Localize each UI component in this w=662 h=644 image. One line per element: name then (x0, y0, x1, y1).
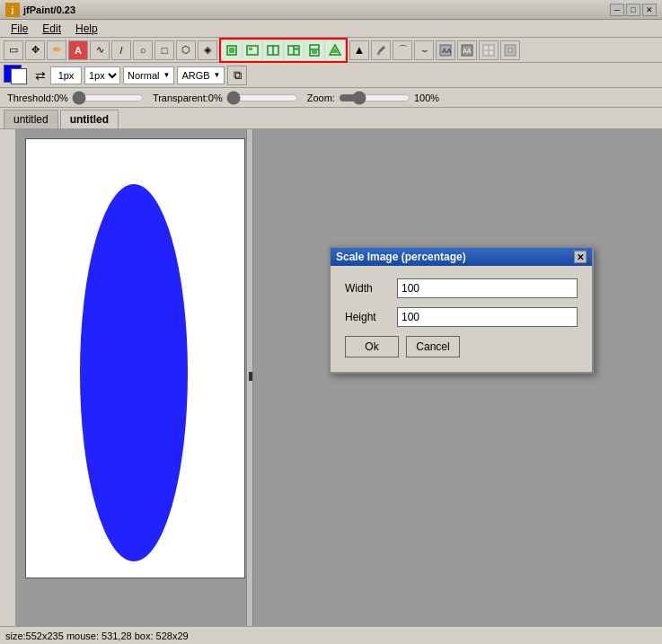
app-title: jfPaint/0.23 (23, 4, 610, 15)
tool-move[interactable]: ✥ (25, 40, 45, 60)
scale-image-dialog: Scale Image (percentage) ✕ Width Height (329, 246, 594, 374)
tool-h5[interactable] (305, 40, 324, 60)
threshold-group: Threshold:0% (7, 92, 144, 104)
menu-bar: File Edit Help (0, 20, 662, 38)
svg-rect-11 (312, 50, 317, 54)
tool-pipette[interactable] (371, 40, 391, 60)
width-row: Width (345, 278, 578, 298)
svg-text:AA: AA (463, 48, 472, 54)
tab-0[interactable]: untitled (4, 110, 58, 128)
tool-special2[interactable] (500, 40, 520, 60)
cancel-button[interactable]: Cancel (406, 336, 460, 357)
tool-arc2[interactable]: ⌣ (414, 40, 434, 60)
width-label: Width (345, 282, 390, 295)
tool-ellipse[interactable]: ○ (133, 40, 153, 60)
blend-mode-label: Normal (128, 70, 159, 81)
tool-line[interactable]: / (111, 40, 131, 60)
tool-wand[interactable]: ◈ (198, 40, 217, 60)
svg-rect-24 (508, 49, 512, 52)
title-bar: j jfPaint/0.23 ─ □ ✕ (0, 0, 662, 20)
color-mode-dropdown[interactable]: ARGB ▼ (177, 66, 225, 84)
tool-h2[interactable] (243, 40, 262, 60)
transparent-label: Transparent:0% (153, 93, 223, 103)
sliders-bar: Threshold:0% Transparent:0% Zoom: 100% (0, 88, 662, 108)
svg-text:AA: AA (442, 47, 452, 55)
transparent-slider[interactable] (226, 92, 298, 104)
blend-mode-arrow: ▼ (163, 71, 170, 79)
dialog-title: Scale Image (percentage) (336, 251, 466, 263)
zoom-label: Zoom: (307, 93, 335, 103)
dialog-close-button[interactable]: ✕ (574, 251, 587, 263)
threshold-slider[interactable] (72, 92, 144, 104)
ok-button[interactable]: Ok (345, 336, 399, 357)
toolbar1: ▭ ✥ ✏ A ∿ / ○ □ ⬡ ◈ (0, 38, 662, 63)
tool-h4[interactable] (284, 40, 304, 60)
menu-file[interactable]: File (4, 21, 35, 37)
toolbar2: ⇄ 1px2px3px5px Normal ▼ ARGB ▼ ⧉ (0, 63, 662, 88)
copy-color-button[interactable]: ⧉ (227, 66, 247, 85)
brush-size-dropdown[interactable]: 1px2px3px5px (84, 66, 120, 84)
tab-1[interactable]: untitled (60, 110, 119, 128)
svg-rect-14 (377, 52, 380, 55)
dialog-titlebar: Scale Image (percentage) ✕ (331, 248, 592, 266)
height-row: Height (345, 307, 578, 327)
dialog-body: Width Height Ok Cancel (331, 266, 592, 372)
height-label: Height (345, 311, 390, 323)
tool-polygon[interactable]: ⬡ (176, 40, 196, 60)
tool-h1[interactable] (222, 40, 242, 60)
app-icon: j (5, 3, 20, 17)
tool-text[interactable]: A (68, 40, 88, 60)
maximize-button[interactable]: □ (626, 4, 640, 16)
menu-edit[interactable]: Edit (35, 21, 68, 37)
transparent-group: Transparent:0% (153, 92, 298, 104)
threshold-label: Threshold:0% (7, 93, 68, 103)
brush-size-input[interactable] (50, 66, 82, 84)
zoom-value: 100% (414, 93, 439, 103)
secondary-color-swatch[interactable] (11, 68, 27, 84)
canvas-container: Scale Image (percentage) ✕ Width Height (0, 129, 662, 644)
tool-curve[interactable]: ∿ (90, 40, 110, 60)
close-button[interactable]: ✕ (642, 4, 657, 16)
dialog-overlay: Scale Image (percentage) ✕ Width Height (16, 129, 662, 644)
tool-h6[interactable] (325, 40, 345, 60)
window-controls: ─ □ ✕ (610, 4, 657, 16)
tool-pencil[interactable]: ✏ (47, 40, 66, 60)
menu-help[interactable]: Help (68, 21, 105, 37)
tool-select-rect[interactable]: ▭ (4, 40, 23, 60)
blend-mode-dropdown[interactable]: Normal ▼ (123, 66, 174, 84)
width-input[interactable] (397, 278, 578, 298)
tool-special1[interactable] (479, 40, 499, 60)
height-input[interactable] (397, 307, 578, 327)
dialog-buttons: Ok Cancel (345, 336, 578, 361)
svg-rect-3 (249, 48, 252, 50)
canvas-wrapper[interactable]: Scale Image (percentage) ✕ Width Height (16, 129, 662, 644)
svg-rect-8 (295, 48, 298, 50)
toolbar-highlight-group (219, 38, 348, 63)
color-mode-arrow: ▼ (214, 71, 221, 79)
tool-filter2[interactable]: AA (457, 40, 477, 60)
minimize-button[interactable]: ─ (610, 4, 624, 16)
tabs-bar: untitled untitled (0, 108, 662, 129)
tool-fill[interactable]: ▲ (349, 40, 369, 60)
tool-rect[interactable]: □ (154, 40, 174, 60)
color-mode-label: ARGB (181, 70, 209, 81)
zoom-slider[interactable] (339, 92, 410, 104)
tool-filter1[interactable]: AA (436, 40, 455, 60)
svg-rect-1 (229, 48, 234, 53)
swap-colors-button[interactable]: ⇄ (33, 68, 48, 83)
tool-h3[interactable] (263, 40, 283, 60)
zoom-group: Zoom: 100% (307, 92, 439, 104)
left-panel (0, 129, 16, 644)
tool-arc1[interactable]: ⌒ (393, 40, 412, 60)
